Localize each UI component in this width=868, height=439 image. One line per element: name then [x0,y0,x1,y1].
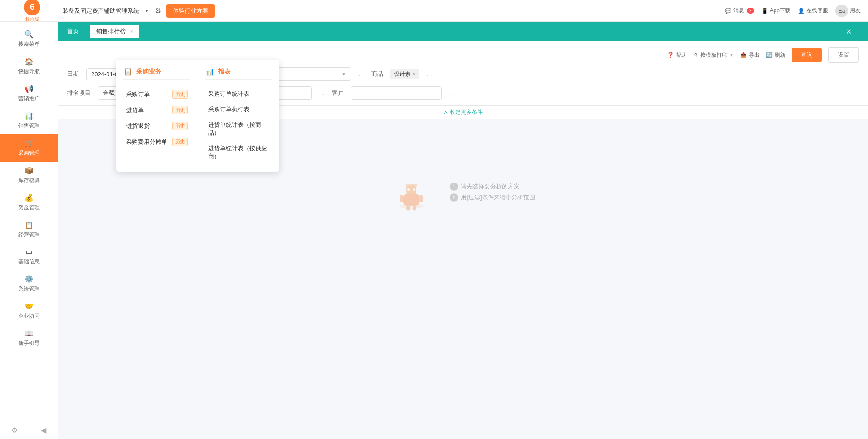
print-action[interactable]: 🖨 按模板打印 ▼ [693,51,734,59]
sidebar-item-collab[interactable]: 🤝 企业协同 [0,297,58,325]
page-content: ❓ 帮助 🖨 按模板打印 ▼ 📤 导出 🔄 [58,41,868,439]
inventory-icon: 📦 [24,166,34,175]
query-btn[interactable]: 查询 [792,48,822,62]
svg-rect-6 [419,195,423,202]
purchase-col-icon: 📋 [123,67,132,76]
sidebar-item-inventory[interactable]: 📦 库存核算 [0,162,58,189]
svg-point-3 [407,188,410,191]
sidebar-item-finance[interactable]: 💰 资金管理 [0,189,58,216]
sidebar-label-operations: 经营管理 [18,231,40,239]
reports-col-icon: 📊 [205,67,215,76]
menu-item-purchase-expense[interactable]: 采购费用分摊单 历史 [123,134,190,150]
sidebar-item-operations[interactable]: 📋 经营管理 [0,216,58,243]
sidebar: 🔍 搜索菜单 🏠 快捷导航 📢 营销推广 📊 销售管理 🛒 采购管 [0,22,58,439]
history-badge-2: 历史 [172,122,188,130]
tab-maximize-icon[interactable]: ⛶ [855,27,863,35]
sidebar-item-search[interactable]: 🔍 搜索菜单 [0,25,58,53]
export-action[interactable]: 📤 导出 [740,51,760,59]
reports-col-title-text: 报表 [218,68,231,76]
sidebar-item-marketing[interactable]: 📢 营销推广 [0,80,58,107]
doc-status-arrow: ▼ [341,72,346,77]
sidebar-label-newbie: 新手引导 [18,340,40,347]
sidebar-item-quick[interactable]: 🏠 快捷导航 [0,53,58,80]
goods-tag-remove[interactable]: × [412,71,415,77]
sidebar-label-marketing: 营销推广 [18,95,40,103]
settings-icon-top[interactable]: ⚙ [155,6,161,15]
app-download-action[interactable]: 📱 App下载 [761,7,790,15]
refresh-label: 刷新 [775,51,785,59]
export-icon: 📤 [740,52,747,58]
sidebar-settings-btn[interactable]: ⚙ [11,426,18,434]
finance-icon: 💰 [24,193,34,202]
menu-item-purchase-order-exec-label: 采购订单执行表 [208,105,270,113]
hint-text-2: 用[过滤]条件来缩小分析范围 [461,193,535,202]
service-icon: 👤 [798,8,805,14]
notifications-action[interactable]: 💬 消息 9 [725,7,754,15]
sidebar-bottom: ⚙ ◀ [0,421,58,439]
menu-item-purchase-order-stats-label: 采购订单统计表 [208,90,270,98]
goods-ellipsis[interactable]: … [426,71,432,78]
collapse-label: 收起更多条件 [450,109,483,115]
base-icon: 🗂 [25,248,33,256]
menu-item-purchase-order-exec[interactable]: 采购订单执行表 [205,102,273,117]
rank-value: 金额 [103,89,115,97]
svg-rect-7 [407,206,410,211]
system-title-dropdown[interactable]: ▼ [145,8,149,13]
print-dropdown-icon[interactable]: ▼ [729,53,734,58]
sidebar-item-sales[interactable]: 📊 销售管理 [0,107,58,134]
settings-btn[interactable]: 设置 [828,47,859,63]
hint-num-2: 2 [450,193,458,202]
help-action[interactable]: ❓ 帮助 [667,51,687,59]
tab-sales-ranking-label: 销售排行榜 [96,27,126,35]
menu-col-reports-title: 📊 报表 [205,67,273,80]
menu-item-inbound[interactable]: 进货单 历史 [123,102,190,118]
menu-item-inbound-return-label: 进货退货 [126,122,170,130]
help-icon: ❓ [667,52,674,58]
menu-col-divider [198,67,198,164]
menu-item-purchase-order[interactable]: 采购订单 历史 [123,86,190,102]
refresh-icon: 🔄 [766,52,773,58]
svg-rect-9 [406,184,417,187]
sidebar-item-purchase[interactable]: 🛒 采购管理 [0,134,58,162]
customer-select[interactable] [351,86,442,100]
main-area: 🔍 搜索菜单 🏠 快捷导航 📢 营销推广 📊 销售管理 🛒 采购管 [0,22,868,439]
salesperson-ellipsis[interactable]: … [319,90,325,97]
user-label: 用友 [850,7,861,15]
sidebar-item-base[interactable]: 🗂 基础信息 [0,243,58,270]
sidebar-label-search: 搜索菜单 [18,40,40,48]
industry-btn[interactable]: 体验行业方案 [166,4,215,18]
empty-hints: 1 请先选择要分析的方案 2 用[过滤]条件来缩小分析范围 [450,183,535,202]
empty-hint-2: 2 用[过滤]条件来缩小分析范围 [450,193,535,202]
sidebar-label-system: 系统管理 [18,285,40,293]
tab-close-all-icon[interactable]: ✕ [846,27,852,36]
customer-placeholder [356,89,362,97]
sidebar-collapse-btn[interactable]: ◀ [41,426,46,434]
top-left: 6 标准版 装备及固定资产辅助管理系统 ▼ ⚙ 体验行业方案 [7,0,215,23]
svg-rect-5 [400,195,403,202]
goods-tag-value: 设计素 [394,70,410,78]
svg-rect-1 [403,194,419,206]
refresh-action[interactable]: 🔄 刷新 [766,51,785,59]
purchase-icon: 🛒 [24,139,34,148]
date-label: 日期 [67,70,79,78]
notifications-label: 消息 [733,7,744,15]
top-bar: 6 标准版 装备及固定资产辅助管理系统 ▼ ⚙ 体验行业方案 💬 消息 9 📱 … [0,0,868,22]
doc-status-ellipsis[interactable]: … [358,71,364,78]
sidebar-item-system[interactable]: ⚙️ 系统管理 [0,270,58,297]
tab-right-actions: ✕ ⛶ [846,27,868,36]
tab-close-btn[interactable]: × [130,29,133,34]
customer-ellipsis[interactable]: … [449,90,455,97]
online-service-action[interactable]: 👤 在线客服 [798,7,828,15]
operations-icon: 📋 [24,221,34,229]
menu-item-inbound-stats-goods[interactable]: 进货单统计表（按商品） [205,117,273,141]
menu-item-inbound-stats-supplier[interactable]: 进货单统计表（按供应商） [205,141,273,164]
sidebar-item-newbie[interactable]: 📖 新手引导 [0,325,58,352]
sidebar-top: 🔍 搜索菜单 🏠 快捷导航 📢 营销推广 📊 销售管理 🛒 采购管 [0,22,58,355]
menu-item-inbound-return[interactable]: 进货退货 历史 [123,118,190,134]
menu-item-purchase-order-stats[interactable]: 采购订单统计表 [205,86,273,102]
tab-home[interactable]: 首页 [58,22,88,41]
sidebar-label-finance: 资金管理 [18,204,40,212]
tab-sales-ranking[interactable]: 销售排行榜 × [90,25,139,38]
user-action[interactable]: Ea 用友 [835,5,861,17]
sidebar-label-inventory: 库存核算 [18,177,40,184]
